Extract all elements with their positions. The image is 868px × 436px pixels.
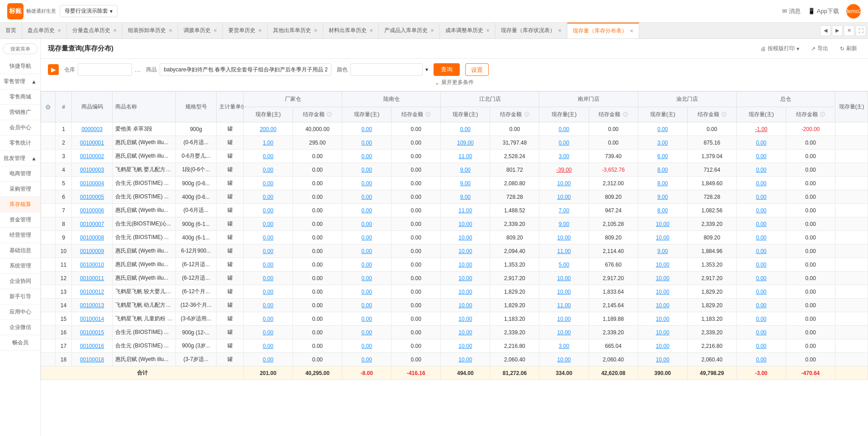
col-jb-qty-cell[interactable]: 10.00: [441, 231, 490, 244]
info-icon[interactable]: ⓘ: [524, 112, 529, 117]
tab-stock-status[interactable]: 现存量（库存状况表） ✕: [495, 23, 567, 39]
col-fac-qty-cell[interactable]: 0.00: [244, 258, 293, 272]
col-code-cell[interactable]: 00100016: [72, 339, 113, 353]
col-yb-qty-cell[interactable]: 8.00: [638, 204, 687, 217]
tab-combo-split[interactable]: 组装拆卸单历史 ✕: [123, 23, 178, 39]
close-icon[interactable]: ✕: [486, 28, 490, 33]
warehouse-more-btn[interactable]: ...: [135, 66, 141, 74]
close-icon[interactable]: ✕: [57, 28, 61, 33]
col-ln-qty-cell[interactable]: 0.00: [342, 244, 392, 258]
col-fac-qty-cell[interactable]: 0.00: [244, 272, 293, 285]
col-code-cell[interactable]: 00100004: [72, 177, 113, 190]
col-nb-qty-cell[interactable]: 10.00: [539, 326, 589, 339]
col-total-qty-cell[interactable]: 0.00: [736, 150, 786, 163]
col-fac-qty-cell[interactable]: 0.00: [244, 326, 293, 339]
col-jb-qty-cell[interactable]: 10.00: [441, 326, 490, 339]
col-code-cell[interactable]: 00100012: [72, 285, 113, 299]
col-total-qty-cell[interactable]: 0.00: [736, 258, 786, 272]
sidebar-item-marketing[interactable]: 营销推广: [0, 105, 40, 120]
tab-next-btn[interactable]: ▶: [832, 25, 843, 36]
col-fac-qty-cell[interactable]: 0.00: [244, 244, 293, 258]
col-total-qty-cell[interactable]: 0.00: [736, 272, 786, 285]
close-icon[interactable]: ✕: [630, 28, 633, 33]
col-jb-qty-cell[interactable]: 10.00: [441, 217, 490, 231]
col-total-qty-cell[interactable]: 0.00: [736, 136, 786, 150]
col-yb-qty-cell[interactable]: 10.00: [638, 272, 687, 285]
col-nb-qty-cell[interactable]: 3.00: [539, 150, 589, 163]
col-nb-qty-cell[interactable]: 0.00: [539, 122, 589, 136]
col-jb-qty-cell[interactable]: 9.00: [441, 177, 490, 190]
col-code-cell[interactable]: 00100005: [72, 190, 113, 204]
col-total-qty-cell[interactable]: -1.00: [736, 122, 786, 136]
col-ln-qty-cell[interactable]: 0.00: [342, 177, 392, 190]
col-nb-qty-cell[interactable]: 9.00: [539, 217, 589, 231]
col-total-qty-cell[interactable]: 0.00: [736, 326, 786, 339]
tab-other-out[interactable]: 其他出库单历史 ✕: [268, 23, 323, 39]
tab-stock-dist[interactable]: 现存量（库存分布表） ✕: [567, 23, 639, 39]
col-fac-qty-cell[interactable]: 0.00: [244, 299, 293, 312]
col-code-cell[interactable]: 00100011: [72, 272, 113, 285]
sidebar-item-collab[interactable]: 企业协同: [0, 274, 40, 289]
col-yb-qty-cell[interactable]: 10.00: [638, 353, 687, 366]
col-total-qty-cell[interactable]: 0.00: [736, 177, 786, 190]
col-jb-qty-cell[interactable]: 10.00: [441, 258, 490, 272]
info-icon[interactable]: ⓘ: [623, 112, 628, 117]
tab-inventory-check[interactable]: 盘点单历史 ✕: [22, 23, 67, 39]
col-code-cell[interactable]: 00100003: [72, 163, 113, 177]
search-input[interactable]: [3, 43, 38, 54]
col-ln-qty-cell[interactable]: 0.00: [342, 150, 392, 163]
col-nb-qty-cell[interactable]: 10.00: [539, 190, 589, 204]
sidebar-item-member[interactable]: 会员中心: [0, 120, 40, 136]
sidebar-item-appstore[interactable]: 应用中心: [0, 305, 40, 320]
col-ln-qty-cell[interactable]: 0.00: [342, 163, 392, 177]
col-nb-qty-cell[interactable]: 10.00: [539, 285, 589, 299]
col-yb-qty-cell[interactable]: 3.00: [638, 136, 687, 150]
close-icon[interactable]: ✕: [430, 28, 434, 33]
col-ln-qty-cell[interactable]: 0.00: [342, 285, 392, 299]
col-yb-qty-cell[interactable]: 0.00: [638, 122, 687, 136]
col-code-cell[interactable]: 00100018: [72, 353, 113, 366]
col-fac-qty-cell[interactable]: 0.00: [244, 163, 293, 177]
col-fac-qty-cell[interactable]: 1.00: [244, 136, 293, 150]
col-total-qty-cell[interactable]: 0.00: [736, 163, 786, 177]
tab-close-all-btn[interactable]: ✕: [844, 25, 854, 36]
col-code-cell[interactable]: 00100008: [72, 231, 113, 244]
sidebar-item-ecommerce[interactable]: 电商管理: [0, 166, 40, 182]
col-ln-qty-cell[interactable]: 0.00: [342, 204, 392, 217]
col-jb-qty-cell[interactable]: 11.00: [441, 150, 490, 163]
col-ln-qty-cell[interactable]: 0.00: [342, 122, 392, 136]
col-jb-qty-cell[interactable]: 0.00: [441, 122, 490, 136]
col-ln-qty-cell[interactable]: 0.00: [342, 299, 392, 312]
col-code-cell[interactable]: 00100006: [72, 204, 113, 217]
col-fac-qty-cell[interactable]: 0.00: [244, 217, 293, 231]
col-fac-qty-cell[interactable]: 0.00: [244, 312, 293, 326]
col-nb-qty-cell[interactable]: 10.00: [539, 312, 589, 326]
col-nb-qty-cell[interactable]: 5.00: [539, 258, 589, 272]
col-fac-qty-cell[interactable]: 0.00: [244, 150, 293, 163]
col-jb-qty-cell[interactable]: 10.00: [441, 339, 490, 353]
col-fac-qty-cell[interactable]: 0.00: [244, 204, 293, 217]
col-yb-qty-cell[interactable]: 10.00: [638, 258, 687, 272]
col-jb-qty-cell[interactable]: 9.00: [441, 163, 490, 177]
col-code-cell[interactable]: 00100009: [72, 244, 113, 258]
col-code-cell[interactable]: 00100015: [72, 326, 113, 339]
col-code-cell[interactable]: 00100010: [72, 258, 113, 272]
filter-expand-btn[interactable]: ▶: [48, 64, 59, 75]
col-jb-qty-cell[interactable]: 10.00: [441, 272, 490, 285]
col-yb-qty-cell[interactable]: 10.00: [638, 312, 687, 326]
sidebar-item-wholesale[interactable]: 批发管理 ▲: [0, 151, 40, 166]
sidebar-item-member2[interactable]: 畅会员: [0, 335, 40, 351]
col-total-qty-cell[interactable]: 0.00: [736, 339, 786, 353]
col-yb-qty-cell[interactable]: 10.00: [638, 326, 687, 339]
col-total-qty-cell[interactable]: 0.00: [736, 231, 786, 244]
col-yb-qty-cell[interactable]: 10.00: [638, 339, 687, 353]
sidebar-item-wechat[interactable]: 企业微信: [0, 320, 40, 335]
tab-expand-btn[interactable]: ⛶: [855, 25, 866, 36]
col-yb-qty-cell[interactable]: 6.00: [638, 150, 687, 163]
col-jb-qty-cell[interactable]: 10.00: [441, 353, 490, 366]
col-code-cell[interactable]: 0000003: [72, 122, 113, 136]
col-nb-qty-cell[interactable]: 10.00: [539, 353, 589, 366]
tab-requisition[interactable]: 要货单历史 ✕: [223, 23, 268, 39]
col-total-qty-cell[interactable]: 0.00: [736, 190, 786, 204]
tab-category-check[interactable]: 分量盘点单历史 ✕: [67, 23, 123, 39]
